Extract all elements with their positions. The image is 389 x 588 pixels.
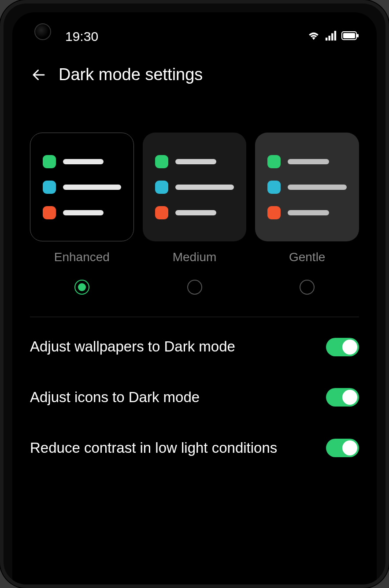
style-label: Gentle <box>289 250 326 264</box>
front-camera <box>34 23 51 40</box>
chip-orange-icon <box>43 206 56 219</box>
style-options: Enhanced <box>30 133 359 295</box>
toggle-knob <box>342 390 357 405</box>
style-option-medium[interactable]: Medium <box>143 133 247 295</box>
toggle-contrast[interactable] <box>326 439 359 457</box>
svg-rect-3 <box>334 31 336 41</box>
card-row <box>43 206 121 219</box>
chip-green-icon <box>43 155 56 168</box>
phone-frame: 19:30 Dark mode settings <box>0 0 389 588</box>
setting-row-contrast[interactable]: Reduce contrast in low light conditions <box>30 423 359 473</box>
battery-icon <box>341 31 359 42</box>
svg-rect-5 <box>343 33 355 38</box>
status-time: 19:30 <box>65 29 98 44</box>
toggle-knob <box>342 340 357 355</box>
style-option-gentle[interactable]: Gentle <box>255 133 359 295</box>
chip-orange-icon <box>155 206 168 219</box>
page-title: Dark mode settings <box>59 65 203 84</box>
back-button[interactable] <box>30 66 48 84</box>
setting-label: Adjust icons to Dark mode <box>30 388 313 407</box>
toggle-wallpapers[interactable] <box>326 338 359 356</box>
chip-orange-icon <box>267 206 281 219</box>
setting-row-icons[interactable]: Adjust icons to Dark mode <box>30 372 359 423</box>
card-row <box>267 155 347 168</box>
toggle-icons[interactable] <box>326 388 359 407</box>
style-label: Medium <box>173 250 217 264</box>
card-row <box>267 206 347 219</box>
setting-row-wallpapers[interactable]: Adjust wallpapers to Dark mode <box>30 322 359 372</box>
chip-blue-icon <box>155 181 168 194</box>
chip-green-icon <box>155 155 168 168</box>
arrow-left-icon <box>31 67 47 83</box>
style-card-enhanced <box>30 133 134 241</box>
status-icons <box>307 30 359 43</box>
screen: 19:30 Dark mode settings <box>12 12 377 584</box>
style-label: Enhanced <box>54 250 110 264</box>
chip-blue-icon <box>43 181 56 194</box>
radio-gentle[interactable] <box>300 280 315 295</box>
radio-enhanced[interactable] <box>74 280 89 295</box>
card-row <box>155 181 234 194</box>
svg-rect-6 <box>357 34 359 37</box>
status-bar: 19:30 <box>30 12 359 52</box>
setting-label: Adjust wallpapers to Dark mode <box>30 337 313 357</box>
divider <box>30 317 359 317</box>
card-row <box>155 155 234 168</box>
setting-label: Reduce contrast in low light conditions <box>30 438 313 458</box>
card-row <box>267 181 347 194</box>
chip-green-icon <box>267 155 281 168</box>
svg-rect-1 <box>329 36 330 41</box>
card-row <box>43 181 121 194</box>
radio-medium[interactable] <box>187 280 202 295</box>
signal-icon <box>325 31 337 42</box>
style-option-enhanced[interactable]: Enhanced <box>30 133 134 295</box>
toggle-knob <box>342 440 357 455</box>
header: Dark mode settings <box>30 52 359 89</box>
svg-rect-0 <box>326 37 327 41</box>
chip-blue-icon <box>267 181 281 194</box>
card-row <box>43 155 121 168</box>
style-card-medium <box>143 133 247 241</box>
wifi-icon <box>307 30 320 43</box>
card-row <box>155 206 234 219</box>
style-card-gentle <box>255 133 359 241</box>
svg-rect-2 <box>331 33 333 41</box>
